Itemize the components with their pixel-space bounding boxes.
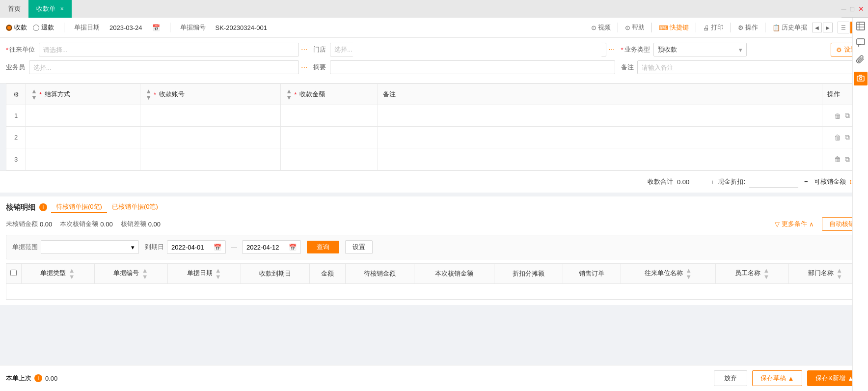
discount-label: 现金折扣: <box>718 177 745 186</box>
date-label: 单据日期 <box>74 23 100 32</box>
calendar-icon[interactable]: 📅 <box>152 24 160 31</box>
help-btn[interactable]: ⊙ 帮助 <box>625 23 645 32</box>
settings-col-header[interactable]: ⚙ <box>6 84 26 105</box>
business-type-select[interactable]: 预收款 ▾ <box>653 43 746 56</box>
row1-remark[interactable] <box>378 105 822 126</box>
summary-input[interactable] <box>330 60 615 74</box>
filter-icon: ▽ <box>775 221 780 228</box>
order-info-icon[interactable]: i <box>34 374 42 382</box>
row1-copy-icon[interactable]: ⧉ <box>845 112 850 120</box>
row2-settlement[interactable] <box>26 127 140 148</box>
shortcut-btn[interactable]: ⌨ 快捷键 <box>659 23 689 32</box>
row2-copy-icon[interactable]: ⧉ <box>845 133 850 141</box>
history-btn[interactable]: 📋 历史单据 <box>772 23 807 32</box>
row1-account[interactable] <box>140 105 281 126</box>
tab-close-icon[interactable]: × <box>60 5 64 12</box>
account-header: ▲▼ *收款账号 <box>140 84 281 105</box>
store-label: 门店 <box>313 45 326 54</box>
svg-rect-4 <box>857 39 865 45</box>
current-stat: 本次核销金额 0.00 <box>60 220 112 228</box>
sidebar-screenshot-icon[interactable] <box>854 72 868 85</box>
radio-receive[interactable]: 收款 <box>6 23 27 32</box>
due-label: 到期日 <box>145 243 164 251</box>
number-label: 单据编号 <box>180 23 206 32</box>
tab-receipt[interactable]: 收款单 × <box>28 0 72 18</box>
query-btn[interactable]: 查询 <box>307 241 339 253</box>
operations-btn[interactable]: ⚙ 操作 <box>738 23 758 32</box>
number-value: SK-20230324-001 <box>216 24 268 31</box>
row3-remark[interactable] <box>378 148 822 170</box>
row1-amount[interactable] <box>281 105 378 126</box>
department-col-header: 部门名称 ▲▼ <box>789 264 862 284</box>
counterparty-input[interactable] <box>39 43 299 56</box>
store-more-btn[interactable]: ··· <box>608 46 615 54</box>
salesperson-more-btn[interactable]: ··· <box>301 63 307 71</box>
discount-col-header: 折扣分摊额 <box>494 264 563 284</box>
window-maximize-icon[interactable]: □ <box>850 5 854 13</box>
diff-label: 核销差额 <box>121 220 146 228</box>
right-sidebar <box>852 18 868 391</box>
save-draft-btn[interactable]: 保存草稿 ▲ <box>752 370 803 386</box>
sidebar-table-icon[interactable] <box>856 22 865 30</box>
business-type-field: * 业务类型 预收款 ▾ ⚙ 设置 <box>621 43 862 56</box>
sep2 <box>170 23 170 32</box>
notes-input[interactable] <box>637 60 862 74</box>
window-minimize-icon[interactable]: ─ <box>841 5 846 13</box>
print-btn[interactable]: 🖨 打印 <box>703 23 724 32</box>
diff-stat: 核销差额 0.00 <box>121 220 161 228</box>
sidebar-attachment-icon[interactable] <box>856 55 865 64</box>
row3-copy-icon[interactable]: ⧉ <box>845 155 850 164</box>
row1-delete-icon[interactable]: 🗑 <box>834 112 841 120</box>
date-sep: — <box>231 244 237 251</box>
table-row: 1 🗑 ⧉ <box>6 105 862 127</box>
select-all-checkbox[interactable] <box>10 270 17 276</box>
row2-amount[interactable] <box>281 127 378 148</box>
unchecked-label: 未核销金额 <box>6 220 38 228</box>
row2-delete-icon[interactable]: 🗑 <box>834 134 841 141</box>
info-icon[interactable]: i <box>39 203 47 211</box>
svg-rect-5 <box>857 76 864 81</box>
row2-account[interactable] <box>140 127 281 148</box>
sep1 <box>64 23 64 32</box>
prev-arrow[interactable]: ◀ <box>812 23 822 32</box>
filter-settings-btn[interactable]: 设置 <box>345 240 373 254</box>
business-type-arrow: ▾ <box>739 46 742 54</box>
nav-arrows: ◀ ▶ <box>812 23 833 32</box>
salesperson-input[interactable] <box>29 60 299 74</box>
pending-tab[interactable]: 待核销单据(0笔) <box>51 201 107 213</box>
row3-delete-icon[interactable]: 🗑 <box>834 155 841 163</box>
amount-col-header: 金额 <box>309 264 345 284</box>
save-draft-arrow[interactable]: ▲ <box>788 375 794 382</box>
footer: 本单上次 i 0.00 放弃 保存草稿 ▲ 保存&新增 ▲ <box>0 365 868 391</box>
bottom-table-header: 单据类型 ▲▼ 单据编号 ▲▼ 单据日期 ▲▼ 收款到期日 <box>6 264 862 284</box>
total-label: 收款合计 <box>648 177 673 186</box>
discount-input[interactable] <box>749 176 798 188</box>
list-view-icon[interactable]: ☰ <box>838 22 849 33</box>
date-start-input[interactable]: 2022-04-01 📅 <box>167 240 226 254</box>
row1-settlement[interactable] <box>26 105 140 126</box>
row2-remark[interactable] <box>378 127 822 148</box>
store-select[interactable]: 选择... <box>330 43 606 56</box>
discard-btn[interactable]: 放弃 <box>714 370 747 386</box>
row3-settlement[interactable] <box>26 148 140 170</box>
range-arrow: ▾ <box>131 244 135 251</box>
counterparty-more-btn[interactable]: ··· <box>301 46 307 54</box>
table-header: ⚙ ▲▼ *结算方式 ▲▼ *收款账号 ▲▼ *收款金额 备注 操作 <box>6 84 862 105</box>
bottom-table: 单据类型 ▲▼ 单据编号 ▲▼ 单据日期 ▲▼ 收款到期日 <box>6 263 862 300</box>
sidebar-chat-icon[interactable] <box>856 38 865 47</box>
date-end-input[interactable]: 2022-04-12 📅 <box>242 240 301 254</box>
next-arrow[interactable]: ▶ <box>823 23 833 32</box>
window-close-icon[interactable]: ✕ <box>858 5 864 13</box>
verified-tab[interactable]: 已核销单据(0笔) <box>107 201 163 213</box>
radio-refund[interactable]: 退款 <box>33 23 54 32</box>
video-btn[interactable]: ⊙ 视频 <box>591 23 611 32</box>
verification-section: 核销明细 i 待核销单据(0笔) 已核销单据(0笔) 未核销金额 0.00 本次… <box>0 196 868 305</box>
more-conditions-btn[interactable]: ▽ 更多条件 ∧ <box>775 220 814 228</box>
tab-home[interactable]: 首页 <box>0 0 28 18</box>
toolbar-right: ⊙ 视频 ⊙ 帮助 ⌨ 快捷键 🖨 打印 ⚙ 操作 📋 历史单据 ◀ ▶ ☰ ⊞ <box>591 22 862 33</box>
notes-label: 备注 <box>621 63 634 72</box>
range-label: 单据范围 <box>12 243 38 251</box>
row3-amount[interactable] <box>281 148 378 170</box>
range-select[interactable]: ▾ <box>41 240 139 254</box>
row3-account[interactable] <box>140 148 281 170</box>
